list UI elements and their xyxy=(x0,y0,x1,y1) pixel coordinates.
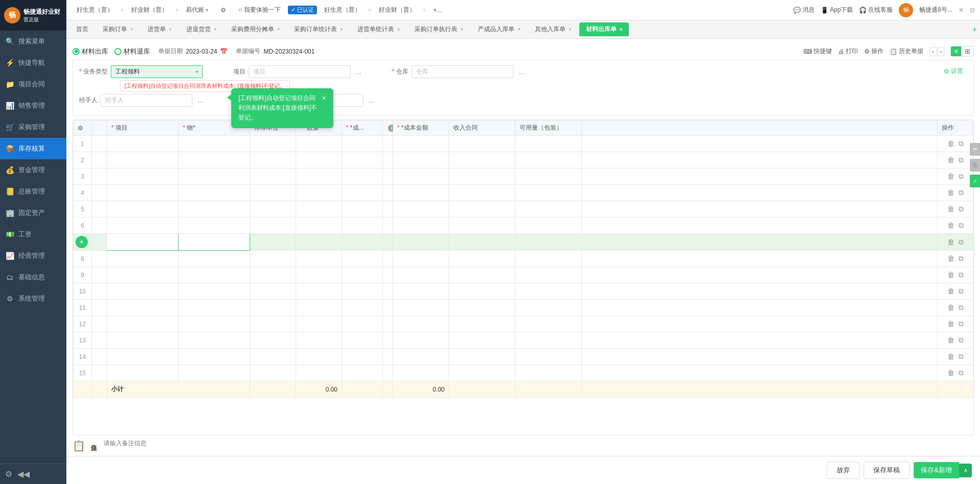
copy-btn[interactable]: ⧉ xyxy=(957,368,966,378)
copy-btn[interactable]: ⧉ xyxy=(957,220,966,231)
nav-customer-service[interactable]: 🎧在线客服 xyxy=(859,6,893,14)
save-new-arrow-btn[interactable]: ∧ xyxy=(959,464,972,477)
delete-btn[interactable]: 🗑 xyxy=(945,351,957,361)
income-contract-ellipsis[interactable]: ... xyxy=(369,96,374,104)
tab-product-in[interactable]: 产成品入库单 × xyxy=(471,22,527,36)
discard-btn[interactable]: 放弃 xyxy=(827,462,860,479)
collapse-icon[interactable]: ◀◀ xyxy=(17,469,30,479)
nav-message[interactable]: 💬消息 xyxy=(793,6,815,14)
radio-material-return[interactable]: 材料退库 xyxy=(114,47,150,56)
th-gear[interactable]: ⚙ xyxy=(74,120,92,136)
sidebar-item-quick[interactable]: ⚡ 快捷导航 xyxy=(0,52,66,74)
tab-expense[interactable]: 采购费用分摊单 × xyxy=(225,22,287,36)
save-draft-btn[interactable]: 保存草稿 xyxy=(864,462,910,479)
sidebar-item-ledger[interactable]: 📒 总账管理 xyxy=(0,181,66,202)
sidebar-item-sales[interactable]: 📊 销售管理 xyxy=(0,95,66,116)
tab-home[interactable]: 首页 xyxy=(69,22,95,36)
nav-good-business-2[interactable]: 好生意（普） xyxy=(319,4,366,16)
tab-purchase-stat[interactable]: 采购订单统计表 × xyxy=(287,22,350,36)
sidebar-item-inventory[interactable]: 📦 库存核算 xyxy=(0,138,66,159)
delete-btn[interactable]: 🗑 xyxy=(945,335,957,345)
operation-btn[interactable]: ⚙ 操作 xyxy=(864,47,884,56)
copy-btn[interactable]: ⧉ xyxy=(957,319,966,329)
copy-btn[interactable]: ⧉ xyxy=(957,335,966,346)
view-list[interactable]: ≡ xyxy=(951,46,962,56)
right-attach-icon[interactable]: 📎 xyxy=(970,159,980,172)
nav-agent[interactable]: 易代账 ▾ xyxy=(181,4,213,16)
copy-btn[interactable]: ⧉ xyxy=(957,171,966,182)
copy-btn[interactable]: ⧉ xyxy=(957,204,966,214)
copy-btn[interactable]: ⧉ xyxy=(957,351,966,362)
warehouse-ellipsis[interactable]: ... xyxy=(519,68,524,76)
delete-btn[interactable]: 🗑 xyxy=(945,187,957,198)
nav-good-finance[interactable]: 好业财（普） xyxy=(126,4,173,16)
copy-btn[interactable]: ⧉ xyxy=(957,286,966,297)
right-edit-icon[interactable]: ✏ xyxy=(970,143,980,156)
sidebar-item-finance[interactable]: 💰 资金管理 xyxy=(0,159,66,181)
right-green-icon[interactable]: ✓ xyxy=(970,175,980,187)
tab-add-btn[interactable]: + xyxy=(972,25,977,34)
notes-input[interactable] xyxy=(104,440,974,447)
nav-app-download[interactable]: 📱App下载 xyxy=(821,6,853,14)
close-window-btn[interactable]: ✕ xyxy=(959,7,964,14)
user-avatar[interactable]: 畅 xyxy=(899,3,913,17)
delete-btn[interactable]: 🗑 xyxy=(945,368,957,378)
date-value[interactable]: 2023-03-24 xyxy=(186,48,217,55)
tab-other-in[interactable]: 其他入库单 × xyxy=(528,22,578,36)
sidebar-item-salary[interactable]: 💵 工资 xyxy=(0,224,66,245)
nav-experience[interactable]: ○ 我要体验一下 xyxy=(233,4,286,16)
sidebar-item-system[interactable]: ⚙ 系统管理 xyxy=(0,288,66,309)
nav-prev[interactable]: ‹ xyxy=(929,47,937,56)
calendar-icon[interactable]: 📅 xyxy=(220,48,228,55)
delete-btn[interactable]: 🗑 xyxy=(945,253,957,263)
settings-bottom-icon[interactable]: ⚙ xyxy=(5,469,12,479)
sidebar-item-search[interactable]: 🔍 搜索菜单 xyxy=(0,31,66,52)
tab-purchase-exec[interactable]: 采购订单执行表 × xyxy=(408,22,470,36)
delete-btn[interactable]: 🗑 xyxy=(945,138,957,149)
quick-key-btn[interactable]: ⌨ 快捷键 xyxy=(803,47,832,56)
copy-btn[interactable]: ⧉ xyxy=(957,155,966,165)
sidebar-item-assets[interactable]: 🏢 固定资产 xyxy=(0,202,66,224)
tab-incoming-stat[interactable]: 进货单统计表 × xyxy=(351,22,407,36)
project-input[interactable]: 项目 xyxy=(249,65,351,78)
print-btn[interactable]: 🖨 打印 xyxy=(838,47,858,56)
tooltip-close-btn[interactable]: × xyxy=(322,92,326,104)
save-new-main-btn[interactable]: 保存&新增 xyxy=(914,462,959,478)
copy-btn[interactable]: ⧉ xyxy=(957,302,966,313)
delete-btn[interactable]: 🗑 xyxy=(945,270,957,280)
delete-btn[interactable]: 🗑 xyxy=(945,220,957,230)
delete-btn[interactable]: 🗑 xyxy=(945,204,957,214)
business-type-input[interactable]: 工程领料 ▾ xyxy=(111,65,203,78)
sidebar-item-basic[interactable]: 🗂 基础信息 xyxy=(0,267,66,288)
copy-btn[interactable]: ⧉ xyxy=(957,253,966,264)
nav-good-business[interactable]: 好生意（普） xyxy=(71,4,118,16)
radio-material-out[interactable]: 材料出库 xyxy=(72,47,108,56)
project-ellipsis[interactable]: ... xyxy=(356,68,361,76)
copy-btn[interactable]: ⧉ xyxy=(957,138,966,149)
nav-settings-gear[interactable]: ⚙ xyxy=(215,5,231,16)
sidebar-item-purchase[interactable]: 🛒 采购管理 xyxy=(0,116,66,138)
add-row-btn[interactable]: + xyxy=(76,236,88,248)
tab-material-out[interactable]: 材料出库单 × xyxy=(579,22,629,36)
delete-btn[interactable]: 🗑 xyxy=(945,171,957,181)
copy-btn[interactable]: ⧉ xyxy=(957,187,966,198)
handler-ellipsis[interactable]: ... xyxy=(198,96,203,104)
tab-incoming[interactable]: 进货单 × xyxy=(141,22,179,36)
nav-more[interactable]: +... xyxy=(428,5,447,16)
delete-btn[interactable]: 🗑 xyxy=(945,155,957,165)
delete-btn[interactable]: 🗑 xyxy=(945,302,957,312)
tab-purchase-order[interactable]: 采购订单 × xyxy=(96,22,140,36)
tab-return[interactable]: 进退货货 × xyxy=(180,22,224,36)
nav-next[interactable]: › xyxy=(938,47,945,56)
delete-btn[interactable]: 🗑 xyxy=(945,237,957,247)
sidebar-item-operations[interactable]: 📈 经营管理 xyxy=(0,245,66,267)
handler-input[interactable]: 经手人 xyxy=(101,94,192,107)
warehouse-input[interactable]: 仓库 xyxy=(411,65,513,78)
settings-btn[interactable]: ⚙ 放弃 设置 xyxy=(940,65,967,77)
copy-btn[interactable]: ⧉ xyxy=(957,237,966,248)
minimize-window-btn[interactable]: ⊟ xyxy=(970,7,975,14)
history-btn[interactable]: 📋 历史单据 xyxy=(890,47,923,56)
sidebar-item-project[interactable]: 📁 项目合同 xyxy=(0,74,66,95)
delete-btn[interactable]: 🗑 xyxy=(945,286,957,296)
view-grid[interactable]: ⊞ xyxy=(962,46,973,56)
